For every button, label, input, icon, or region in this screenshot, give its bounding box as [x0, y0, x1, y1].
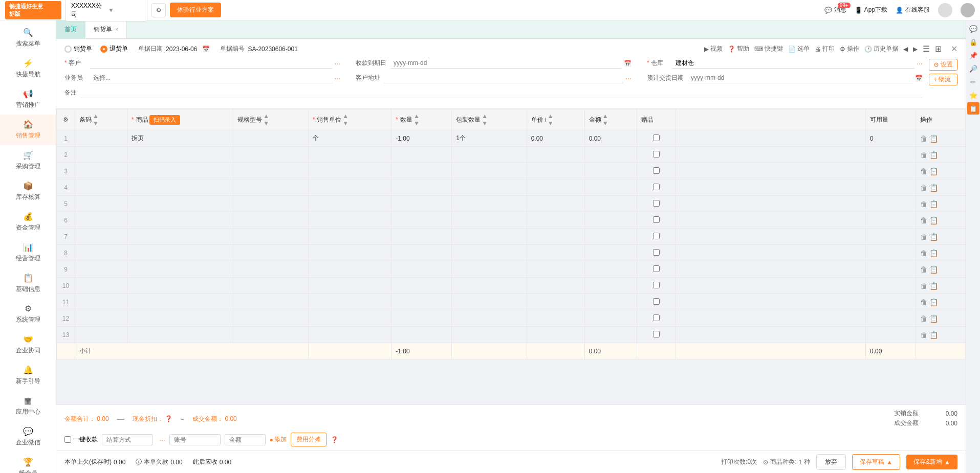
- row-qty-1[interactable]: -1.00: [391, 130, 452, 147]
- sidebar-item-quick-nav[interactable]: ⚡ 快捷导航: [0, 53, 56, 84]
- row-pkgqty-1[interactable]: 1个: [452, 130, 527, 147]
- add-payment-btn[interactable]: ● 添加: [270, 435, 287, 444]
- scan-barcode-btn[interactable]: 扫码录入: [149, 115, 180, 125]
- rp-btn-7[interactable]: 📋: [967, 102, 979, 115]
- sidebar-item-inventory[interactable]: 📦 库存核算: [0, 176, 56, 207]
- row-spec-1[interactable]: [233, 130, 308, 147]
- grid-view-btn[interactable]: ⊞: [935, 44, 942, 54]
- sidebar-item-basic-info[interactable]: 📋 基础信息: [0, 268, 56, 299]
- action-btn[interactable]: ⚙ 操作: [840, 44, 859, 53]
- settle-dots-btn[interactable]: ···: [159, 436, 165, 444]
- copy-row-11-btn[interactable]: 📋: [929, 298, 938, 306]
- delete-row-12-btn[interactable]: 🗑: [920, 314, 927, 323]
- sidebar-item-marketing[interactable]: 📢 营销推广: [0, 84, 56, 115]
- rp-btn-4[interactable]: 🔎: [967, 62, 979, 75]
- copy-row-12-btn[interactable]: 📋: [929, 314, 938, 323]
- salesperson-input[interactable]: [90, 73, 332, 83]
- shortcut-btn[interactable]: ⌨ 快捷键: [754, 44, 783, 53]
- customer-dots-btn[interactable]: ···: [334, 59, 340, 67]
- calendar-icon[interactable]: 📅: [202, 46, 210, 53]
- online-service-button[interactable]: 👤 在线客服: [896, 6, 930, 14]
- sidebar-item-search[interactable]: 🔍 搜索菜单: [0, 22, 56, 53]
- gift-checkbox-11[interactable]: [653, 298, 660, 305]
- rp-btn-6[interactable]: ⭐: [967, 89, 979, 101]
- sidebar-item-purchase[interactable]: 🛒 采购管理: [0, 145, 56, 176]
- rp-btn-1[interactable]: 💬: [967, 22, 979, 35]
- sidebar-item-system[interactable]: ⚙ 系统管理: [0, 299, 56, 329]
- payment-due-input[interactable]: [390, 58, 622, 69]
- discard-button[interactable]: 放弃: [816, 454, 846, 470]
- sidebar-item-sales[interactable]: 🏠 销售管理: [0, 115, 56, 145]
- company-selector[interactable]: XXXXXX公司 ▼: [66, 0, 147, 21]
- copy-row-4-btn[interactable]: 📋: [929, 184, 938, 192]
- copy-row-13-btn[interactable]: 📋: [929, 331, 938, 339]
- delete-row-6-btn[interactable]: 🗑: [920, 216, 927, 224]
- gift-checkbox-6[interactable]: [653, 216, 660, 223]
- payment-due-calendar-icon[interactable]: 📅: [624, 60, 631, 67]
- delete-row-2-btn[interactable]: 🗑: [920, 151, 927, 159]
- gift-checkbox-7[interactable]: [653, 233, 660, 239]
- copy-row-7-btn[interactable]: 📋: [929, 233, 938, 241]
- delete-row-9-btn[interactable]: 🗑: [920, 265, 927, 274]
- delete-row-4-btn[interactable]: 🗑: [920, 184, 927, 192]
- row-amount-1[interactable]: 0.00: [584, 130, 637, 147]
- th-settings[interactable]: ⚙: [57, 109, 75, 130]
- customer-address-input[interactable]: [384, 73, 623, 83]
- onepay-checkbox[interactable]: [64, 436, 71, 443]
- trial-button[interactable]: 体验行业方案: [170, 3, 221, 17]
- copy-row-10-btn[interactable]: 📋: [929, 282, 938, 290]
- sidebar-item-member[interactable]: 🏆 畅会员: [0, 452, 56, 473]
- copy-row-5-btn[interactable]: 📋: [929, 200, 938, 208]
- gift-checkbox-5[interactable]: [653, 200, 660, 207]
- sidebar-item-apps[interactable]: ▦ 应用中心: [0, 391, 56, 421]
- warehouse-dots-btn[interactable]: ···: [917, 59, 923, 67]
- copy-row-3-btn[interactable]: 📋: [929, 167, 938, 175]
- expense-split-btn[interactable]: 费用分摊: [291, 433, 326, 446]
- copy-row-8-btn[interactable]: 📋: [929, 249, 938, 257]
- gift-checkbox-1[interactable]: [653, 134, 660, 141]
- row-barcode-1[interactable]: [75, 130, 127, 147]
- save-draft-button[interactable]: 保存草稿 ▲: [852, 454, 900, 470]
- expected-delivery-input[interactable]: [688, 73, 913, 83]
- delete-row-13-btn[interactable]: 🗑: [920, 331, 927, 339]
- settings-icon[interactable]: ⚙: [151, 3, 166, 17]
- copy-row-6-btn[interactable]: 📋: [929, 216, 938, 224]
- delete-row-8-btn[interactable]: 🗑: [920, 249, 927, 257]
- settings-button[interactable]: ⚙ 设置: [929, 59, 957, 71]
- avatar[interactable]: [938, 3, 952, 17]
- expected-delivery-calendar-icon[interactable]: 📅: [915, 75, 923, 82]
- sidebar-item-finance[interactable]: 💰 资金管理: [0, 207, 56, 237]
- gift-checkbox-3[interactable]: [653, 167, 660, 174]
- customer-input[interactable]: [90, 58, 332, 69]
- print-btn[interactable]: 🖨 打印: [815, 44, 835, 53]
- warehouse-input[interactable]: [672, 58, 914, 69]
- gift-checkbox-4[interactable]: [653, 184, 660, 190]
- gift-checkbox-12[interactable]: [653, 314, 660, 321]
- history-btn[interactable]: 🕐 历史单据: [864, 44, 898, 53]
- gift-checkbox-8[interactable]: [653, 249, 660, 256]
- delete-row-11-btn[interactable]: 🗑: [920, 298, 927, 306]
- rp-btn-5[interactable]: ✏: [967, 76, 979, 88]
- radio-sales-order[interactable]: 销货单: [64, 44, 92, 53]
- logistics-button[interactable]: + 物流: [929, 74, 957, 85]
- date-value[interactable]: 2023-06-06: [166, 46, 197, 53]
- rp-btn-3[interactable]: 📌: [967, 49, 979, 61]
- sidebar-item-enterprise-wechat[interactable]: 💬 企业微信: [0, 421, 56, 452]
- copy-row-9-btn[interactable]: 📋: [929, 265, 938, 274]
- gift-checkbox-13[interactable]: [653, 331, 660, 337]
- gift-checkbox-10[interactable]: [653, 282, 660, 288]
- sidebar-item-guide[interactable]: 🔔 新手引导: [0, 360, 56, 391]
- account-input[interactable]: [169, 434, 221, 445]
- row-unit-1[interactable]: 个: [308, 130, 391, 147]
- amount-input[interactable]: [225, 434, 266, 445]
- video-btn[interactable]: ▶ 视频: [704, 44, 723, 53]
- delete-row-3-btn[interactable]: 🗑: [920, 167, 927, 175]
- list-view-btn[interactable]: ☰: [923, 44, 930, 54]
- help-btn[interactable]: ❓ 帮助: [728, 44, 749, 53]
- save-new-button[interactable]: 保存&新增 ▲: [906, 455, 957, 469]
- tab-home[interactable]: 首页: [56, 20, 85, 38]
- row-product-1[interactable]: 拆页: [127, 130, 233, 147]
- next-record-btn[interactable]: ▶: [913, 46, 918, 53]
- settle-method-input[interactable]: [102, 434, 153, 445]
- sidebar-item-collab[interactable]: 🤝 企业协同: [0, 329, 56, 360]
